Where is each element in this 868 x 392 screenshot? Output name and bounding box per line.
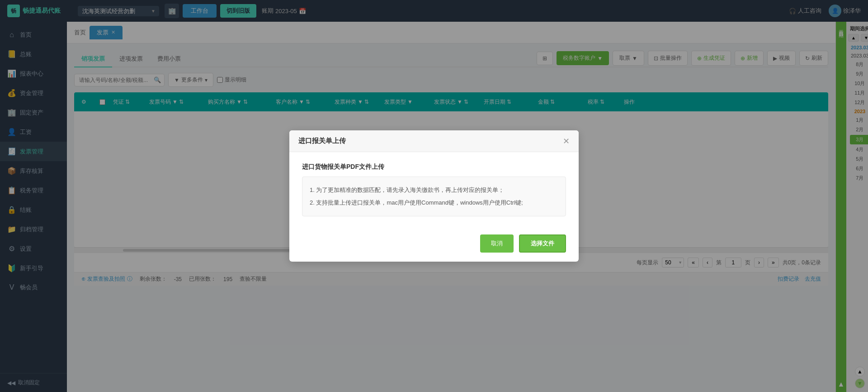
modal-section-title: 进口货物报关单PDF文件上传 [302, 163, 566, 171]
modal-cancel-button[interactable]: 取消 [480, 234, 514, 253]
modal-title: 进口报关单上传 [298, 137, 346, 145]
modal-info-box: 1. 为了更加精准的数据匹配，请先录入海关缴款书，再上传对应的报关单； 2. 支… [302, 177, 566, 216]
import-modal: 进口报关单上传 ✕ 进口货物报关单PDF文件上传 1. 为了更加精准的数据匹配，… [289, 130, 579, 262]
modal-footer: 取消 选择文件 [289, 227, 579, 262]
modal-info-line-2: 2. 支持批量上传进口报关单，mac用户使用Command键，windows用户… [310, 197, 558, 209]
modal-overlay[interactable]: 进口报关单上传 ✕ 进口货物报关单PDF文件上传 1. 为了更加精准的数据匹配，… [0, 0, 868, 392]
modal-info-line-1: 1. 为了更加精准的数据匹配，请先录入海关缴款书，再上传对应的报关单； [310, 184, 558, 196]
modal-header: 进口报关单上传 ✕ [289, 130, 579, 152]
modal-close-button[interactable]: ✕ [563, 137, 570, 145]
modal-body: 进口货物报关单PDF文件上传 1. 为了更加精准的数据匹配，请先录入海关缴款书，… [289, 152, 579, 227]
modal-select-file-button[interactable]: 选择文件 [519, 234, 566, 253]
